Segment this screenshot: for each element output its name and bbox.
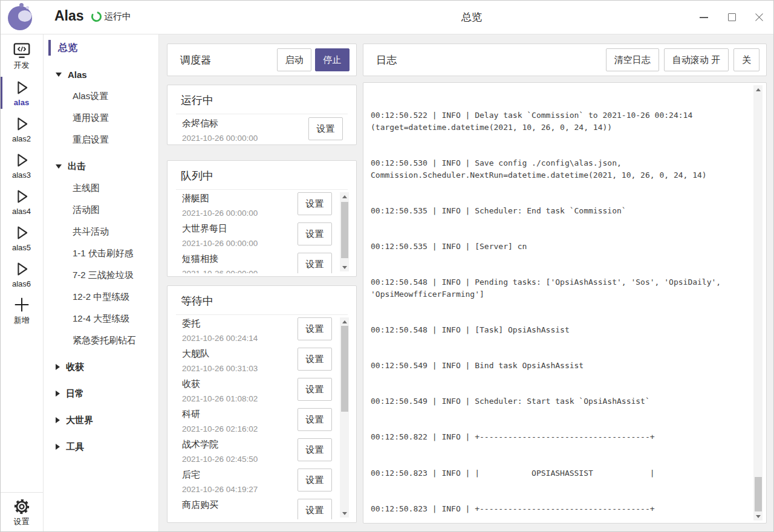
- sidebar-item-settings[interactable]: 设置: [0, 492, 43, 532]
- nav-item-label: 共斗活动: [73, 226, 109, 238]
- task-row: 科研 2021-10-26 02:16:02 设置: [167, 405, 356, 435]
- nav-item-label: Alas设置: [73, 91, 108, 102]
- scheduler-panel: 调度器 启动 停止: [167, 44, 357, 76]
- task-setting-button[interactable]: 设置: [298, 253, 332, 273]
- task-time: 2021-10-26 00:00:00: [182, 239, 302, 248]
- log-line: 00:12:50.548 | INFO | [Task] OpsiAshAssi…: [371, 324, 748, 336]
- nav-group-reward[interactable]: 收获: [44, 356, 158, 378]
- nav-item-label: 主线图: [73, 183, 100, 194]
- log-output: 00:12:50.522 | INFO | Delay task `Commis…: [371, 86, 748, 521]
- pending-scrollbar[interactable]: [340, 192, 349, 271]
- task-name: 商店购买: [182, 499, 302, 511]
- task-row: 大世界每日 2021-10-26 00:00:00 设置: [167, 219, 356, 250]
- nav-item-label: 总览: [58, 42, 77, 54]
- log-scrollbar[interactable]: [753, 85, 763, 521]
- scroll-up-icon[interactable]: [340, 317, 349, 326]
- running-title: 运行中: [167, 85, 356, 114]
- task-name: 大舰队: [182, 348, 302, 360]
- task-setting-button[interactable]: 设置: [298, 317, 332, 340]
- add-instance-button[interactable]: 新增: [0, 293, 43, 328]
- minimize-icon[interactable]: [699, 13, 709, 22]
- nav-item-alas-settings[interactable]: Alas设置: [44, 85, 158, 107]
- task-name: 战术学院: [182, 439, 302, 450]
- nav-item-overview[interactable]: 总览: [44, 37, 158, 59]
- sidebar-item-alas2[interactable]: alas2: [0, 111, 43, 147]
- nav-item-main-map[interactable]: 主线图: [44, 177, 158, 199]
- task-time: 2021-10-26 01:08:02: [182, 394, 302, 403]
- sidebar-item-dev[interactable]: 开发: [0, 39, 43, 74]
- clear-log-button[interactable]: 清空日志: [606, 48, 659, 71]
- triangle-down-icon: [56, 73, 62, 77]
- sidebar-item-alas5[interactable]: alas5: [0, 220, 43, 256]
- scheduler-stop-button[interactable]: 停止: [315, 48, 350, 71]
- task-name: 科研: [182, 409, 302, 420]
- task-time: 2021-10-26 02:45:50: [182, 455, 302, 464]
- nav-group-tools[interactable]: 工具: [44, 436, 158, 458]
- nav-item-label: 1-1 伏击刷好感: [73, 248, 134, 259]
- pending-list: 潜艇图 2021-10-26 00:00:00 设置 大世界每日 2021-10…: [167, 189, 356, 273]
- scroll-down-icon[interactable]: [340, 509, 349, 517]
- nav-item-7-2[interactable]: 7-2 三战捡垃圾: [44, 264, 158, 286]
- nav-item-coalition[interactable]: 共斗活动: [44, 221, 158, 242]
- scheduler-start-button[interactable]: 启动: [277, 48, 311, 71]
- nav-group-daily[interactable]: 日常: [44, 383, 158, 404]
- log-line: 00:12:50.549 | INFO | Bind task OpsiAshA…: [371, 360, 748, 372]
- play-icon: [13, 115, 31, 133]
- task-setting-button[interactable]: 设置: [298, 378, 332, 401]
- sidebar-item-alas4[interactable]: alas4: [0, 184, 43, 219]
- nav-group-label: 收获: [66, 362, 84, 373]
- nav-item-12-4[interactable]: 12-4 大型练级: [44, 308, 158, 329]
- task-setting-button[interactable]: 设置: [298, 348, 332, 371]
- scroll-down-icon[interactable]: [753, 512, 763, 521]
- scrollbar-thumb[interactable]: [341, 326, 348, 412]
- autoscroll-off-button[interactable]: 关: [733, 48, 759, 71]
- sidebar-item-alas3[interactable]: alas3: [0, 148, 43, 183]
- nav-group-label: 大世界: [66, 415, 93, 426]
- sidebar-item-alas6[interactable]: alas6: [0, 256, 43, 292]
- maximize-icon[interactable]: [727, 13, 737, 22]
- autoscroll-on-button[interactable]: 自动滚动 开: [664, 48, 729, 71]
- waiting-scrollbar[interactable]: [340, 317, 349, 517]
- task-row: 收获 2021-10-26 01:08:02 设置: [167, 375, 356, 405]
- sidebar-item-label: 开发: [14, 60, 30, 71]
- sidebar-item-alas[interactable]: alas: [0, 75, 43, 111]
- nav-item-1-1[interactable]: 1-1 伏击刷好感: [44, 242, 158, 264]
- main-content: 调度器 启动 停止 运行中 余烬信标 2021-10-26 00:00:00 设…: [159, 34, 774, 532]
- close-icon[interactable]: [755, 13, 764, 22]
- waiting-panel: 等待中 委托 2021-10-26 00:24:14 设置 大舰队 2021-1…: [167, 285, 357, 523]
- nav-item-general-settings[interactable]: 通用设置: [44, 107, 158, 129]
- task-setting-button[interactable]: 设置: [298, 192, 332, 215]
- task-time: 2021-10-26 00:24:14: [182, 334, 302, 343]
- scrollbar-thumb[interactable]: [755, 477, 762, 511]
- task-row: 短猫相接 2021-10-26 00:00:00 设置: [167, 250, 356, 273]
- task-name: 后宅: [182, 469, 302, 481]
- nav-item-urgent-commission[interactable]: 紧急委托刷钻石: [44, 329, 158, 351]
- task-time: 2021-10-26 00:00:00: [182, 134, 302, 143]
- scrollbar-thumb[interactable]: [341, 202, 348, 258]
- nav-item-event-map[interactable]: 活动图: [44, 199, 158, 221]
- running-panel: 运行中 余烬信标 2021-10-26 00:00:00 设置: [167, 85, 357, 145]
- task-row: 委托 2021-10-26 00:24:14 设置: [167, 314, 356, 345]
- nav-item-12-2[interactable]: 12-2 中型练级: [44, 286, 158, 308]
- task-setting-button[interactable]: 设置: [298, 469, 332, 491]
- scroll-up-icon[interactable]: [340, 192, 349, 201]
- task-row: 后宅 2021-10-26 04:19:27 设置: [167, 465, 356, 496]
- task-setting-button[interactable]: 设置: [298, 408, 332, 431]
- nav-item-label: 12-4 大型练级: [73, 313, 129, 325]
- task-setting-button[interactable]: 设置: [308, 117, 343, 140]
- nav-group-alas[interactable]: Alas: [44, 63, 158, 85]
- triangle-right-icon: [56, 364, 60, 370]
- task-setting-button[interactable]: 设置: [298, 499, 332, 519]
- task-row: 战术学院 2021-10-26 02:45:50 设置: [167, 435, 356, 465]
- nav-group-sortie[interactable]: 出击: [44, 155, 158, 177]
- task-setting-button[interactable]: 设置: [298, 222, 332, 245]
- log-line: 00:12:50.535 | INFO | [Server] cn: [371, 241, 748, 253]
- triangle-right-icon: [56, 444, 60, 450]
- scroll-down-icon[interactable]: [340, 263, 349, 271]
- nav-group-opsi[interactable]: 大世界: [44, 409, 158, 431]
- scroll-up-icon[interactable]: [753, 85, 763, 94]
- task-row: 大舰队 2021-10-26 00:31:03 设置: [167, 345, 356, 375]
- task-setting-button[interactable]: 设置: [298, 438, 332, 461]
- pending-panel: 队列中 潜艇图 2021-10-26 00:00:00 设置 大世界每日 202…: [167, 160, 357, 277]
- nav-item-restart-settings[interactable]: 重启设置: [44, 129, 158, 151]
